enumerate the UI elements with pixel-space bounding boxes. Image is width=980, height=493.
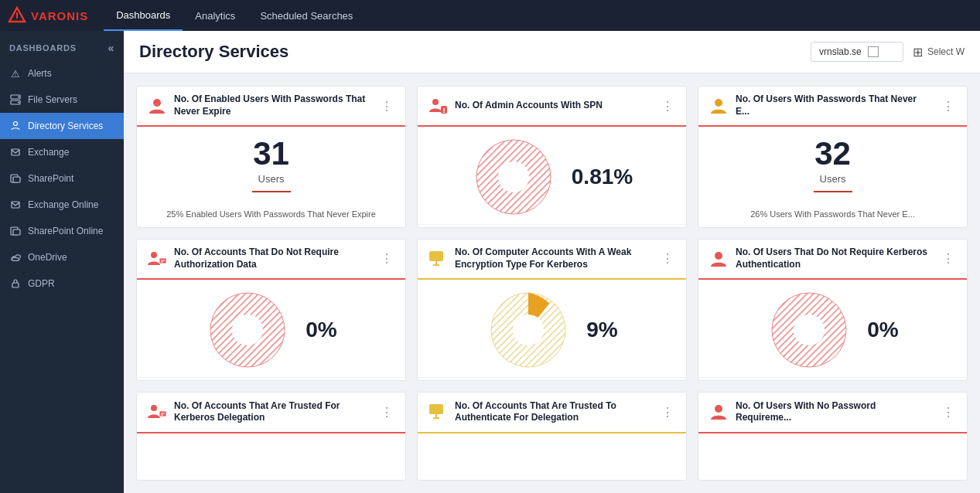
sidebar-item-onedrive[interactable]: OneDrive	[0, 244, 124, 270]
big-number-3: 32	[814, 138, 851, 170]
widget-title-9: No. Of Users With No Password Requireme.…	[736, 400, 933, 424]
user-red3-icon	[708, 401, 729, 423]
widget-no-password-requirement: No. Of Users With No Password Requireme.…	[698, 392, 968, 481]
onedrive-icon	[9, 251, 22, 264]
widget-header-2: No. Of Admin Accounts With SPN ⋮	[418, 87, 686, 127]
svg-point-16	[432, 99, 439, 105]
widget-title-5: No. Of Computer Accounts With A Weak Enc…	[455, 246, 652, 270]
nav-analytics[interactable]: Analytics	[183, 0, 248, 31]
varonis-logo-icon	[8, 6, 26, 25]
widget-header-5: No. Of Computer Accounts With A Weak Enc…	[418, 240, 686, 280]
widget-users-passwords-never-expire: No. Of Users With Passwords That Never E…	[698, 86, 968, 228]
sidebar-item-sharepoint-online[interactable]: SharePoint Online	[0, 218, 124, 244]
svg-point-21	[498, 162, 529, 192]
widget-footer-2: 1 Admin Accounts With SPN	[418, 224, 686, 228]
svg-rect-7	[12, 149, 19, 155]
user-card-red-icon	[146, 248, 168, 270]
widget-header-3: No. Of Users With Passwords That Never E…	[698, 87, 967, 127]
exchange-icon	[9, 146, 22, 158]
widget-menu-7[interactable]: ⋮	[377, 403, 396, 421]
directory-services-icon	[9, 120, 22, 132]
divider-1	[252, 191, 291, 192]
content-area: Directory Services vrnslab.se ⊞ Select W	[124, 31, 980, 493]
widget-enabled-users-passwords: No. Of Enabled Users With Passwords That…	[136, 86, 406, 228]
svg-point-36	[715, 252, 722, 260]
widget-body-3: 32 Users	[698, 127, 967, 209]
widget-menu-1[interactable]: ⋮	[377, 97, 396, 115]
widget-menu-9[interactable]: ⋮	[939, 403, 958, 421]
monitor-yellow-icon	[427, 248, 449, 270]
user-card-red2-icon	[146, 401, 168, 423]
svg-point-13	[12, 258, 19, 261]
svg-point-15	[153, 99, 161, 107]
widget-trusted-authenticate-delegation: No. Of Accounts That Are Trusted To Auth…	[417, 392, 687, 481]
svg-point-22	[715, 99, 722, 107]
svg-point-6	[14, 122, 18, 126]
big-number-1: 31	[253, 138, 289, 170]
widget-body-5: 9%	[418, 280, 686, 377]
nav-dashboards[interactable]: Dashboards	[104, 0, 183, 31]
widget-body-9	[698, 434, 967, 480]
main-layout: DASHBOARDS « ⚠ Alerts File Servers Direc…	[0, 31, 980, 493]
sidebar-item-alerts[interactable]: ⚠ Alerts	[0, 60, 124, 87]
widget-computer-accounts-kerberos: No. Of Computer Accounts With A Weak Enc…	[417, 239, 687, 381]
svg-rect-9	[13, 177, 20, 182]
widget-menu-3[interactable]: ⋮	[939, 97, 958, 115]
nav-scheduled-searches[interactable]: Scheduled Searches	[248, 0, 365, 31]
widget-menu-6[interactable]: ⋮	[939, 250, 958, 267]
svg-point-35	[513, 314, 544, 345]
widget-title-1: No. Of Enabled Users With Passwords That…	[174, 94, 371, 117]
sidebar-collapse-icon[interactable]: «	[108, 42, 114, 54]
widget-menu-5[interactable]: ⋮	[658, 250, 677, 267]
divider-3	[814, 191, 852, 192]
number-label-3: Users	[820, 173, 846, 185]
gdpr-icon	[9, 277, 22, 290]
widget-accounts-no-auth-data: No. Of Accounts That Do Not Require Auth…	[136, 239, 406, 381]
sidebar: DASHBOARDS « ⚠ Alerts File Servers Direc…	[0, 31, 124, 493]
sharepoint-online-icon	[9, 225, 22, 237]
top-nav: VARONIS Dashboards Analytics Scheduled S…	[0, 0, 980, 31]
dashboard-grid: No. Of Enabled Users With Passwords That…	[124, 73, 980, 493]
monitor-yellow2-icon	[427, 401, 449, 423]
widget-body-1: 31 Users	[137, 127, 405, 209]
pie-chart-4	[205, 287, 290, 372]
svg-point-23	[151, 252, 157, 258]
widget-menu-2[interactable]: ⋮	[658, 97, 677, 115]
widget-header-7: No. Of Accounts That Are Trusted For Ker…	[137, 393, 405, 434]
page-header: Directory Services vrnslab.se ⊞ Select W	[124, 31, 980, 73]
svg-rect-44	[429, 404, 443, 414]
widget-footer-5: 1 Computer Accounts With A Weak Encrypti…	[418, 377, 686, 381]
number-label-1: Users	[258, 173, 285, 185]
user-red2-icon	[708, 248, 729, 270]
alerts-icon: ⚠	[9, 67, 22, 80]
svg-point-29	[232, 314, 263, 345]
sidebar-item-file-servers[interactable]: File Servers	[0, 87, 124, 113]
widget-users-no-kerberos: No. Of Users That Do Not Require Kerbero…	[698, 239, 968, 381]
pie-chart-5	[486, 287, 571, 372]
pie-percent-2: 0.81%	[572, 165, 633, 189]
widget-body-6: 0%	[698, 280, 967, 377]
widget-menu-8[interactable]: ⋮	[658, 403, 677, 421]
sidebar-item-exchange-online[interactable]: Exchange Online	[0, 192, 124, 218]
sidebar-header: DASHBOARDS «	[0, 31, 124, 60]
grid-icon: ⊞	[913, 45, 923, 60]
widget-header-6: No. Of Users That Do Not Require Kerbero…	[698, 240, 967, 280]
user-shield-red-icon	[427, 95, 449, 117]
sidebar-item-sharepoint[interactable]: SharePoint	[0, 165, 124, 192]
header-right: vrnslab.se ⊞ Select W	[811, 42, 965, 62]
domain-selector-box-icon	[868, 46, 879, 57]
widget-footer-4: 0 Accounts That Do Not Require Authoriza…	[137, 377, 405, 381]
widget-body-7	[137, 434, 405, 480]
widget-menu-4[interactable]: ⋮	[377, 250, 396, 267]
svg-rect-14	[12, 283, 19, 287]
sidebar-item-exchange[interactable]: Exchange	[0, 139, 124, 165]
select-widget-button[interactable]: ⊞ Select W	[913, 45, 965, 60]
svg-point-4	[18, 97, 19, 98]
svg-rect-10	[12, 202, 19, 208]
svg-point-47	[715, 405, 722, 413]
sidebar-item-gdpr[interactable]: GDPR	[0, 270, 124, 297]
sidebar-item-directory-services[interactable]: Directory Services	[0, 113, 124, 139]
widget-header-4: No. Of Accounts That Do Not Require Auth…	[137, 240, 405, 280]
domain-selector[interactable]: vrnslab.se	[811, 42, 903, 62]
logo: VARONIS	[8, 6, 88, 25]
